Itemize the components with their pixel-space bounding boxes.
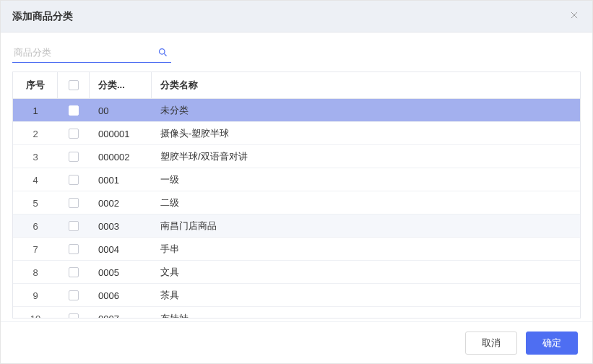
row-index: 6 (13, 214, 58, 238)
svg-point-0 (159, 49, 165, 55)
search-row (12, 43, 581, 63)
table-row[interactable]: 100未分类 (13, 99, 580, 122)
search-field-wrap (12, 43, 171, 63)
column-index: 序号 (13, 72, 58, 98)
row-name: 文具 (152, 261, 580, 284)
table-row[interactable]: 100007布娃娃 (13, 307, 580, 318)
column-name: 分类名称 (152, 72, 580, 98)
row-checkbox-cell[interactable] (58, 214, 90, 238)
table-body[interactable]: 100未分类2000001摄像头-塑胶半球3000002塑胶半球/双语音对讲40… (13, 99, 580, 318)
table-row[interactable]: 80005文具 (13, 261, 580, 284)
modal: 添加商品分类 序号 分类... 分类名称 (0, 0, 593, 364)
modal-header: 添加商品分类 (1, 1, 592, 32)
row-checkbox-cell[interactable] (58, 122, 90, 145)
row-checkbox[interactable] (69, 313, 79, 318)
table-row[interactable]: 3000002塑胶半球/双语音对讲 (13, 145, 580, 168)
row-checkbox-cell[interactable] (58, 307, 90, 318)
row-name: 一级 (152, 168, 580, 191)
search-input[interactable] (12, 43, 171, 62)
row-index: 1 (13, 99, 58, 122)
row-name: 未分类 (152, 99, 580, 122)
row-name: 南昌门店商品 (152, 214, 580, 238)
row-checkbox-cell[interactable] (58, 191, 90, 214)
checkbox-all[interactable] (69, 80, 79, 90)
row-checkbox[interactable] (69, 129, 79, 139)
row-name: 塑胶半球/双语音对讲 (152, 145, 580, 168)
modal-title: 添加商品分类 (12, 10, 73, 23)
search-icon[interactable] (157, 47, 168, 58)
row-code: 0006 (90, 284, 152, 307)
close-icon (569, 10, 579, 22)
column-code: 分类... (90, 72, 152, 98)
row-checkbox[interactable] (69, 244, 79, 254)
table-row[interactable]: 2000001摄像头-塑胶半球 (13, 122, 580, 145)
table-row[interactable]: 40001一级 (13, 168, 580, 191)
modal-body: 序号 分类... 分类名称 100未分类2000001摄像头-塑胶半球30000… (1, 32, 592, 321)
row-checkbox-cell[interactable] (58, 284, 90, 307)
table-row[interactable]: 90006茶具 (13, 284, 580, 307)
row-name: 布娃娃 (152, 307, 580, 318)
row-checkbox-cell[interactable] (58, 145, 90, 168)
row-checkbox[interactable] (69, 267, 79, 277)
cancel-button[interactable]: 取消 (465, 332, 517, 355)
row-code: 0007 (90, 307, 152, 318)
row-index: 8 (13, 261, 58, 284)
row-name: 二级 (152, 191, 580, 214)
svg-line-1 (164, 53, 166, 56)
modal-footer: 取消 确定 (1, 321, 592, 363)
close-button[interactable] (568, 10, 581, 23)
table-header: 序号 分类... 分类名称 (13, 72, 580, 99)
row-index: 2 (13, 122, 58, 145)
table-row[interactable]: 60003南昌门店商品 (13, 214, 580, 238)
row-checkbox[interactable] (69, 175, 79, 185)
row-index: 7 (13, 238, 58, 261)
row-code: 00 (90, 99, 152, 122)
row-index: 4 (13, 168, 58, 191)
row-checkbox[interactable] (69, 290, 79, 300)
row-checkbox-cell[interactable] (58, 238, 90, 261)
row-checkbox[interactable] (69, 198, 79, 208)
column-checkbox[interactable] (58, 72, 90, 98)
row-name: 茶具 (152, 284, 580, 307)
row-code: 0003 (90, 214, 152, 238)
row-code: 000002 (90, 145, 152, 168)
row-code: 000001 (90, 122, 152, 145)
row-name: 摄像头-塑胶半球 (152, 122, 580, 145)
row-checkbox[interactable] (69, 221, 79, 231)
row-code: 0005 (90, 261, 152, 284)
row-index: 9 (13, 284, 58, 307)
row-name: 手串 (152, 238, 580, 261)
row-code: 0002 (90, 191, 152, 214)
row-index: 10 (13, 307, 58, 318)
table-row[interactable]: 50002二级 (13, 191, 580, 214)
row-code: 0004 (90, 238, 152, 261)
row-code: 0001 (90, 168, 152, 191)
row-checkbox-cell[interactable] (58, 168, 90, 191)
category-table: 序号 分类... 分类名称 100未分类2000001摄像头-塑胶半球30000… (12, 72, 581, 318)
row-checkbox[interactable] (69, 105, 79, 116)
confirm-button[interactable]: 确定 (526, 332, 578, 355)
row-checkbox[interactable] (69, 152, 79, 162)
row-checkbox-cell[interactable] (58, 99, 90, 122)
row-index: 3 (13, 145, 58, 168)
row-index: 5 (13, 191, 58, 214)
row-checkbox-cell[interactable] (58, 261, 90, 284)
table-row[interactable]: 70004手串 (13, 238, 580, 261)
